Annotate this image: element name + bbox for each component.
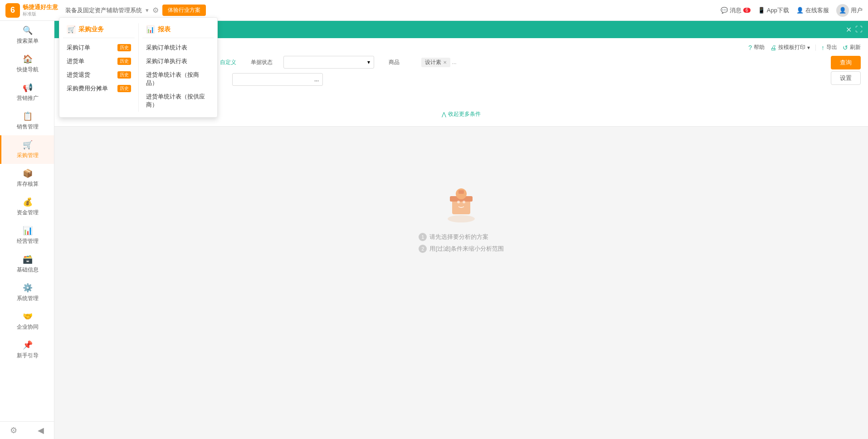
purchase-business-icon: 🛒 (67, 25, 76, 34)
sidebar-item-enterprise[interactable]: 🤝 企业协同 (0, 307, 54, 335)
empty-tips: 1 请先选择要分析的方案 2 用[过滤]条件来缩小分析范围 (419, 231, 503, 255)
sidebar-label-system: 系统管理 (17, 295, 39, 302)
header-right: 💬 消息 6 📱 App下载 👤 在线客服 👤 用户 (721, 4, 863, 17)
voucher-status-label: 单据状态 (251, 59, 278, 66)
app-download-item[interactable]: 📱 App下载 (758, 6, 789, 15)
print-item[interactable]: 🖨 按模板打印 ▾ (770, 44, 810, 51)
sidebar-icon-finance: 💰 (23, 197, 33, 207)
purchase-report-header: 📊 报表 (142, 23, 214, 38)
purchase-report-title: 报表 (158, 25, 171, 34)
sidebar-item-finance[interactable]: 💰 资金管理 (0, 192, 54, 221)
help-item[interactable]: ? 帮助 (748, 44, 765, 51)
sidebar-item-system[interactable]: ⚙️ 系统管理 (0, 278, 54, 307)
svg-rect-4 (458, 190, 464, 194)
empty-tip-1: 1 请先选择要分析的方案 (419, 231, 503, 243)
user-label: 用户 (851, 6, 863, 15)
sidebar-item-marketing[interactable]: 📢 营销推广 (0, 78, 54, 107)
sidebar-item-basic-info[interactable]: 🗃️ 基础信息 (0, 250, 54, 278)
query-btn[interactable]: 查询 (831, 56, 861, 69)
dropdown-item[interactable]: 采购费用分摊单 历史 (63, 82, 135, 95)
voucher-status-dropdown-icon: ▾ (367, 59, 370, 65)
dropdown-item[interactable]: 采购订单统计表 (142, 41, 214, 54)
history-badge: 历史 (117, 58, 131, 65)
avatar: 👤 (836, 4, 849, 17)
sidebar-label-finance: 资金管理 (17, 209, 39, 217)
online-service-label: 在线客服 (805, 6, 829, 15)
goods-more-btn[interactable]: ... (452, 59, 457, 65)
sidebar-item-purchase[interactable]: 🛒 采购管理 (0, 135, 54, 164)
svg-point-5 (457, 201, 460, 203)
collapse-icon: ⋀ (442, 111, 446, 118)
history-badge: 历史 (117, 44, 131, 51)
user-item[interactable]: 👤 用户 (836, 4, 863, 17)
purchase-business-title: 采购业务 (78, 25, 104, 34)
message-item[interactable]: 💬 消息 6 (721, 6, 751, 15)
industry-btn[interactable]: 体验行业方案 (162, 5, 206, 16)
purchase-business-col: 🛒 采购业务 采购订单 历史 进货单 历史 进货退货 历史 采购费用分摊单 历史 (59, 23, 138, 112)
goods-tag: 设计素 ✕ (421, 58, 450, 67)
step-2-text: 用[过滤]条件来缩小分析范围 (429, 243, 503, 255)
dropdown-item[interactable]: 进货单统计表（按商品） (142, 68, 214, 90)
system-dropdown-arrow[interactable]: ▾ (146, 7, 149, 14)
tab-window-controls: ✕ ⛶ (840, 25, 868, 34)
goods-filter: 设计素 ✕ ... (421, 58, 457, 67)
sidebar-icon-basic-info: 🗃️ (23, 254, 33, 264)
dropdown-col2-items: 采购订单统计表采购订单执行表进货单统计表（按商品）进货单统计表（按供应商） (142, 41, 214, 112)
step-1-num: 1 (419, 233, 427, 241)
dropdown-item[interactable]: 进货退货 历史 (63, 68, 135, 82)
goods-tag-close[interactable]: ✕ (443, 60, 447, 65)
sidebar-label-quick-nav: 快捷导航 (17, 66, 39, 74)
message-badge: 6 (743, 8, 751, 13)
query-settings: 查询 设置 (831, 56, 861, 85)
collapse-label: 收起更多条件 (448, 110, 481, 118)
voucher-status-select[interactable]: ▾ (283, 56, 374, 69)
step-2-num: 2 (419, 245, 427, 253)
sidebar-item-quick-nav[interactable]: 🏠 快捷导航 (0, 49, 54, 78)
message-icon: 💬 (721, 7, 728, 14)
dropdown-item[interactable]: 进货单 历史 (63, 54, 135, 68)
sidebar-icon-marketing: 📢 (23, 83, 33, 93)
print-label: 按模板打印 (778, 44, 805, 51)
divider (815, 44, 816, 51)
empty-illustration (439, 180, 484, 226)
sidebar-item-operations[interactable]: 📊 经营管理 (0, 221, 54, 250)
dropdown-item-label: 进货单统计表（按商品） (146, 71, 210, 87)
dropdown-item-label: 进货单 (67, 57, 84, 65)
dropdown-item[interactable]: 进货单统计表（按供应商） (142, 90, 214, 112)
dropdown-item[interactable]: 采购订单 历史 (63, 41, 135, 54)
sidebar-item-guide[interactable]: 📌 新手引导 (0, 335, 54, 364)
export-icon: ↑ (821, 44, 824, 51)
sidebar-item-search[interactable]: 🔍 搜索菜单 (0, 21, 54, 49)
logo-text: 畅捷通好生意 标准版 (23, 4, 58, 17)
sidebar-collapse-icon[interactable]: ◀ (38, 425, 44, 435)
settings-btn[interactable]: 设置 (831, 71, 861, 85)
shortcut-custom[interactable]: 自定义 (220, 59, 236, 66)
step-1-text: 请先选择要分析的方案 (429, 231, 488, 243)
refresh-item[interactable]: ↺ 刷新 (843, 44, 861, 51)
print-dropdown-icon[interactable]: ▾ (807, 44, 810, 51)
dropdown-item[interactable]: 采购订单执行表 (142, 54, 214, 68)
goods-label: 商品 (389, 59, 416, 66)
online-service-item[interactable]: 👤 在线客服 (796, 6, 829, 15)
sidebar-item-sales[interactable]: 📋 销售管理 (0, 107, 54, 135)
window-close-icon[interactable]: ✕ (846, 25, 852, 34)
sidebar-icon-enterprise: 🤝 (23, 311, 33, 321)
dropdown-item-label: 采购订单统计表 (146, 44, 187, 52)
salesperson-select[interactable]: ... (232, 73, 323, 86)
salesperson-more[interactable]: ... (314, 76, 319, 83)
brand-name: 畅捷通好生意 (23, 4, 58, 11)
sidebar-label-inventory: 库存核算 (17, 180, 39, 188)
header-settings-icon[interactable]: ⚙ (152, 6, 159, 15)
sidebar-settings-icon[interactable]: ⚙ (10, 425, 17, 435)
dropdown-item-label: 进货退货 (67, 71, 90, 79)
window-expand-icon[interactable]: ⛶ (855, 25, 863, 34)
sidebar-icon-system: ⚙️ (23, 283, 33, 293)
sidebar-icon-guide: 📌 (23, 340, 33, 350)
sidebar-items: 🔍 搜索菜单 🏠 快捷导航 📢 营销推广 📋 销售管理 🛒 采购管理 📦 库存核… (0, 21, 54, 364)
sidebar-bottom: ⚙ ◀ (0, 421, 54, 439)
help-icon: ? (748, 44, 752, 51)
refresh-icon: ↺ (843, 44, 848, 51)
export-item[interactable]: ↑ 导出 (821, 44, 837, 51)
sidebar-item-inventory[interactable]: 📦 库存核算 (0, 164, 54, 192)
purchase-report-col: 📊 报表 采购订单统计表采购订单执行表进货单统计表（按商品）进货单统计表（按供应… (138, 23, 218, 112)
